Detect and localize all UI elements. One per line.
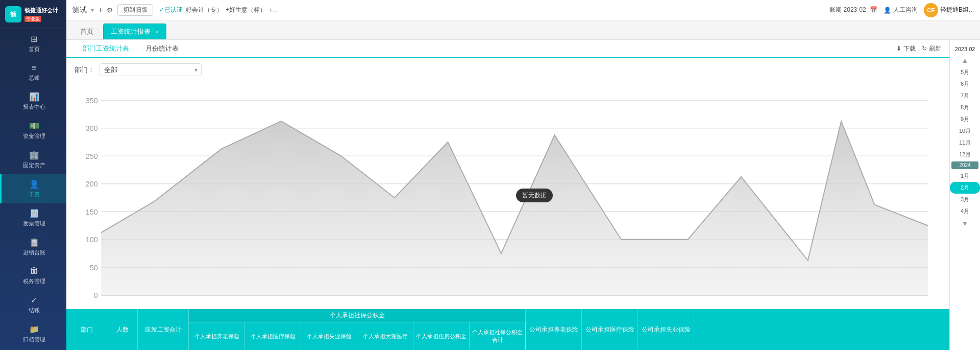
right-panel-month-10[interactable]: 10月 [950,125,980,137]
right-panel-date: 2023.02 [955,44,975,54]
sidebar-item-reports[interactable]: 📊 报表中心 [0,87,66,116]
table-header: 部门 人数 应发工资合计 个人承担社保公积金 [66,309,949,350]
sidebar-item-trade[interactable]: 📋 进销台账 [0,232,66,262]
sidebar-item-label: 结账 [29,307,40,314]
th-unemployment: 个人承担失业保险 [301,322,357,350]
th-company-pension: 公司承担养老保险 [526,309,582,350]
content-wrapper: 部门工资统计表 月份统计表 ⬇ 下载 ↻ 刷新 [66,40,980,350]
archive-icon: 📁 [29,324,39,334]
sub-tabs-bar: 部门工资统计表 月份统计表 ⬇ 下载 ↻ 刷新 [66,40,949,58]
dropdown-arrow-icon[interactable]: ▾ [91,7,94,14]
chart-tooltip: 暂无数据 [516,189,553,202]
badge-more: +... [269,7,278,14]
reports-icon: 📊 [29,92,39,102]
right-panel-down-arrow[interactable]: ▼ [960,217,971,229]
sidebar-item-salary[interactable]: 👤 工资 [0,174,66,203]
svg-text:150: 150 [86,207,98,216]
sidebar-logo: 畅 畅捷通好会计 专业版 [0,0,66,29]
right-panel-month-3[interactable]: 3月 [950,194,980,205]
tab-salary-report[interactable]: 工资统计报表 × [103,24,166,39]
right-panel-month-8[interactable]: 8月 [950,102,980,113]
user-avatar: CE [924,3,938,17]
sidebar-item-funds[interactable]: 💵 资金管理 [0,116,66,145]
dept-filter-select[interactable]: 全部 [100,63,202,76]
dept-filter-label: 部门： [75,65,94,75]
sidebar-item-settle[interactable]: ✓ 结账 [0,290,66,319]
trade-icon: 📋 [29,238,39,247]
period-display: 账期 2023-02 📅 [829,6,877,14]
sidebar-nav: ⊞ 首页 ≡ 总账 📊 报表中心 💵 资金管理 🏢 固定资产 👤 工资 🧾 发票… [0,29,66,350]
tabbar: 首页 工资统计报表 × [66,20,980,40]
salary-icon: 👤 [29,179,39,189]
sidebar-item-invoice[interactable]: 🧾 发票管理 [0,203,66,232]
svg-text:300: 300 [86,124,98,132]
sidebar-item-label: 归档管理 [23,336,45,343]
period-value: 2023-02 [844,6,866,13]
right-panel-up-arrow[interactable]: ▲ [960,54,971,66]
calendar-icon[interactable]: 📅 [870,6,877,13]
topbar-badges: ✓已认证 好会计（专） +好生意（标） +... [159,6,278,14]
th-insurance-total: 个人承担社保公积金合计 [470,322,526,350]
right-panel-month-2-active[interactable]: 2月 [950,182,980,194]
right-panel-month-5[interactable]: 5月 [950,66,980,78]
table-header-inner: 部门 人数 应发工资合计 个人承担社保公积金 [66,309,949,350]
settings-gear-icon[interactable]: ⚙ [107,6,113,14]
sidebar-item-ledger[interactable]: ≡ 总账 [0,58,66,87]
th-pension: 个人承担养老保险 [189,322,245,350]
tab-close-icon[interactable]: × [156,29,159,35]
sub-tab-dept[interactable]: 部门工资统计表 [75,40,137,57]
sidebar-item-tax[interactable]: 🏛 税务管理 [0,262,66,290]
help-button[interactable]: 👤 人工咨询 [884,6,918,14]
salary-chart: 350 300 250 200 150 100 50 0 [75,86,941,309]
topbar: 测试 ▾ + ⚙ 切到旧版 ✓已认证 好会计（专） +好生意（标） +... 账… [66,0,980,20]
sidebar-item-label: 进销台账 [23,249,45,256]
sidebar: 畅 畅捷通好会计 专业版 ⊞ 首页 ≡ 总账 📊 报表中心 💵 资金管理 🏢 固… [0,0,66,350]
right-panel-month-7[interactable]: 7月 [950,90,980,102]
th-total-wage: 应发工资合计 [138,309,189,350]
page-content: 部门工资统计表 月份统计表 ⬇ 下载 ↻ 刷新 [66,40,949,350]
th-company-medical: 公司承担医疗保险 [582,309,638,350]
refresh-label: 刷新 [929,44,941,53]
right-panel-year-2024: 2024 [951,161,978,169]
tax-icon: 🏛 [30,267,38,276]
period-label: 账期 [829,6,842,13]
right-panel-month-11[interactable]: 11月 [950,137,980,149]
sub-tab-month[interactable]: 月份统计表 [137,40,187,57]
right-panel-month-1[interactable]: 1月 [950,170,980,182]
sidebar-item-archive[interactable]: 📁 归档管理 [0,319,66,348]
svg-text:250: 250 [86,152,98,160]
assets-icon: 🏢 [29,150,39,160]
topbar-right: 账期 2023-02 📅 👤 人工咨询 CE 轻捷通B组... [829,3,974,17]
sub-tab-dept-label: 部门工资统计表 [83,44,129,52]
th-housing: 个人承担住房公积金 [413,322,470,350]
help-icon: 👤 [884,7,891,14]
sidebar-item-label: 工资 [29,191,40,198]
right-panel-month-6[interactable]: 6月 [950,78,980,90]
logo-badge: 专业版 [24,16,41,22]
main-area: 测试 ▾ + ⚙ 切到旧版 ✓已认证 好会计（专） +好生意（标） +... 账… [66,0,980,350]
sidebar-item-assets[interactable]: 🏢 固定资产 [0,145,66,174]
refresh-button[interactable]: ↻ 刷新 [922,44,941,53]
th-serious-illness: 个人承担大额医疗 [357,322,413,350]
sidebar-item-home[interactable]: ⊞ 首页 [0,29,66,58]
right-panel-month-4[interactable]: 4月 [950,205,980,217]
right-panel-month-9[interactable]: 9月 [950,113,980,125]
sidebar-item-label: 发票管理 [23,220,45,227]
switch-to-old-button[interactable]: 切到旧版 [117,4,153,16]
th-group-personal-header: 个人承担社保公积金 [189,309,525,322]
tab-home[interactable]: 首页 [72,24,101,39]
download-button[interactable]: ⬇ 下载 [896,44,916,53]
sidebar-item-label: 总账 [29,74,40,82]
filter-bar: 部门： 全部 [66,58,949,81]
right-panel-month-12[interactable]: 12月 [950,149,980,160]
sidebar-item-label: 报表中心 [23,103,45,111]
sidebar-item-label: 税务管理 [23,277,45,285]
logo-text: 畅捷通好会计 专业版 [24,7,58,22]
add-button[interactable]: + [98,6,103,15]
user-menu-button[interactable]: CE 轻捷通B组... [924,3,974,17]
certified-badge: ✓已认证 [159,6,183,14]
sub-tabs-right: ⬇ 下载 ↻ 刷新 [896,44,941,53]
ledger-icon: ≡ [32,63,36,73]
help-label: 人工咨询 [893,6,918,14]
tab-home-label: 首页 [80,28,93,35]
